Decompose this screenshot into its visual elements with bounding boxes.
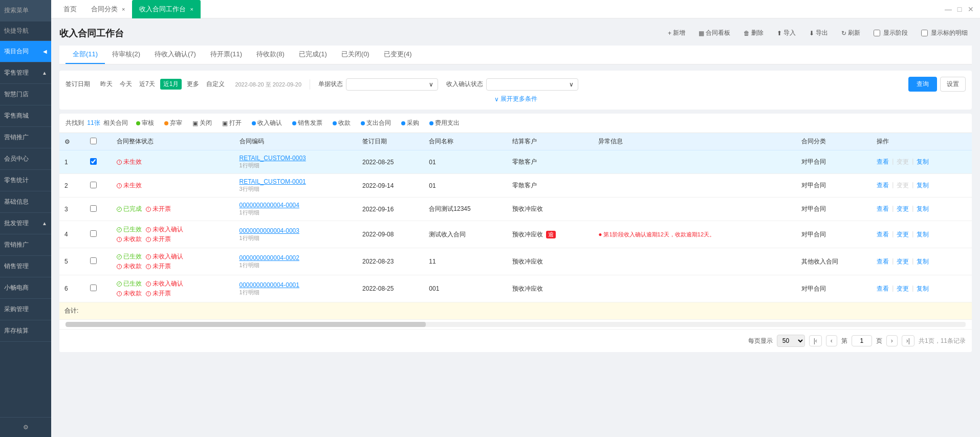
toolbar-audit[interactable]: 审核 xyxy=(133,118,157,128)
row6-checkbox[interactable] xyxy=(85,275,112,302)
col-settings[interactable]: ⚙ xyxy=(59,133,85,150)
toolbar-expense[interactable]: 费用支出 xyxy=(426,118,463,128)
toolbar-confirm-income[interactable]: 收入确认 xyxy=(249,118,285,128)
close-button[interactable]: ✕ xyxy=(967,5,975,13)
show-detail-checkbox[interactable]: 显示标的明细 xyxy=(917,27,972,39)
sidebar-item-wholesale[interactable]: 批发管理 ▲ xyxy=(0,213,51,234)
row3-copy[interactable]: 复制 xyxy=(917,205,929,213)
show-stage-checkbox[interactable]: 显示阶段 xyxy=(869,27,912,39)
query-button[interactable]: 查询 xyxy=(908,77,937,92)
contract-link-3[interactable]: 0000000000004-0004 xyxy=(239,202,299,209)
row3-checkbox[interactable] xyxy=(85,198,112,221)
horizontal-scrollbar[interactable] xyxy=(66,322,966,327)
filter-tab-changed[interactable]: 已变更(4) xyxy=(377,46,419,64)
row5-change[interactable]: 变更 xyxy=(897,257,909,266)
row1-view[interactable]: 查看 xyxy=(877,158,889,166)
contract-link-2[interactable]: RETAIL_CUSTOM-0001 xyxy=(239,178,306,185)
row5-copy[interactable]: 复制 xyxy=(917,257,929,266)
sidebar-item-project-contract[interactable]: 项目合同 ◀ xyxy=(0,41,51,62)
shortcut-custom[interactable]: 自定义 xyxy=(204,79,227,90)
delete-button[interactable]: 🗑 删除 xyxy=(739,27,768,39)
per-page-select[interactable]: 50 10 20 100 xyxy=(777,335,805,347)
receipt-status-select[interactable]: ∨ xyxy=(486,78,578,91)
shortcut-7days[interactable]: 近7天 xyxy=(137,79,157,90)
shortcut-yesterday[interactable]: 昨天 xyxy=(98,79,115,90)
toolbar-collection[interactable]: 收款 xyxy=(330,118,354,128)
row1-change[interactable]: 变更 xyxy=(897,158,909,166)
filter-tab-pending-payment[interactable]: 待收款(8) xyxy=(249,46,292,64)
first-page-button[interactable]: |‹ xyxy=(809,335,822,346)
toolbar-sales-invoice[interactable]: 销售发票 xyxy=(289,118,325,128)
row4-copy[interactable]: 复制 xyxy=(917,230,929,239)
maximize-button[interactable]: □ xyxy=(955,5,964,13)
minimize-button[interactable]: — xyxy=(944,5,952,13)
toolbar-close[interactable]: ▣ 关闭 xyxy=(189,118,215,128)
tab-close-income-contract[interactable]: × xyxy=(190,0,193,18)
next-page-button[interactable]: › xyxy=(886,335,898,346)
sidebar-item-inventory[interactable]: 库存核算 xyxy=(0,320,51,342)
filter-tab-closed[interactable]: 已关闭(0) xyxy=(334,46,377,64)
contract-link-6[interactable]: 0000000000004-0001 xyxy=(239,281,299,289)
sidebar-item-purchase[interactable]: 采购管理 xyxy=(0,299,51,320)
contract-link-4[interactable]: 0000000000004-0003 xyxy=(239,227,299,234)
row6-copy[interactable]: 复制 xyxy=(917,285,929,293)
sidebar-item-smart-store[interactable]: 智慧门店 xyxy=(0,84,51,105)
row3-change[interactable]: 变更 xyxy=(897,205,909,213)
shortcut-today[interactable]: 今天 xyxy=(118,79,134,90)
board-button[interactable]: ▦ 合同看板 xyxy=(694,27,734,39)
row6-view[interactable]: 查看 xyxy=(877,285,889,293)
row2-checkbox[interactable] xyxy=(85,174,112,198)
filter-tab-all[interactable]: 全部(11) xyxy=(66,46,105,64)
toolbar-open[interactable]: ▣ 打开 xyxy=(219,118,245,128)
toolbar-purchase[interactable]: 采购 xyxy=(398,118,422,128)
row2-change[interactable]: 变更 xyxy=(897,181,909,190)
contract-link-1[interactable]: RETAIL_CUSTOM-0003 xyxy=(239,155,306,162)
export-button[interactable]: ⬇ 导出 xyxy=(805,27,832,39)
shortcut-1month[interactable]: 近1月 xyxy=(160,79,182,90)
tab-income-contract[interactable]: 收入合同工作台 × xyxy=(132,0,200,18)
row4-checkbox[interactable] xyxy=(85,221,112,248)
tab-contract-category[interactable]: 合同分类 × xyxy=(84,0,132,18)
refresh-button[interactable]: ↻ 刷新 xyxy=(837,27,864,39)
import-button[interactable]: ⬆ 导入 xyxy=(773,27,800,39)
sidebar-item-retail-mall[interactable]: 零售商城 xyxy=(0,105,51,127)
row2-copy[interactable]: 复制 xyxy=(917,181,929,190)
expand-button[interactable]: ∨ 展开更多条件 xyxy=(494,95,537,103)
tab-home[interactable]: 首页 xyxy=(56,0,84,18)
sidebar-item-ecommerce[interactable]: 小畅电商 xyxy=(0,277,51,299)
sidebar-nav[interactable]: 快捷导航 xyxy=(0,21,51,41)
row4-view[interactable]: 查看 xyxy=(877,230,889,239)
contract-link-5[interactable]: 0000000000004-0002 xyxy=(239,254,299,261)
row6-change[interactable]: 变更 xyxy=(897,285,909,293)
toolbar-expenditure-contract[interactable]: 支出合同 xyxy=(358,118,394,128)
filter-tab-pending-invoice[interactable]: 待开票(11) xyxy=(203,46,249,64)
add-button[interactable]: + 新增 xyxy=(664,27,689,39)
sidebar-settings[interactable]: ⚙ xyxy=(0,417,51,437)
row2-view[interactable]: 查看 xyxy=(877,181,889,190)
filter-tab-pending-confirm[interactable]: 待收入确认(7) xyxy=(147,46,203,64)
sidebar-item-marketing2[interactable]: 营销推广 xyxy=(0,234,51,256)
sidebar-item-retail-stats[interactable]: 零售统计 xyxy=(0,170,51,191)
sidebar-item-member[interactable]: 会员中心 xyxy=(0,148,51,170)
last-page-button[interactable]: ›| xyxy=(902,335,914,346)
shortcut-more[interactable]: 更多 xyxy=(185,79,201,90)
sidebar-search[interactable]: 搜索菜单 xyxy=(0,0,51,21)
row1-checkbox[interactable] xyxy=(85,150,112,174)
tab-close-contract-category[interactable]: × xyxy=(122,0,125,18)
doc-status-select[interactable]: ∨ xyxy=(346,78,438,91)
toolbar-abandon-audit[interactable]: 弃审 xyxy=(161,118,185,128)
row5-checkbox[interactable] xyxy=(85,248,112,275)
row5-view[interactable]: 查看 xyxy=(877,257,889,266)
sidebar-item-sales[interactable]: 销售管理 xyxy=(0,256,51,277)
sidebar-item-marketing[interactable]: 营销推广 xyxy=(0,127,51,148)
prev-page-button[interactable]: ‹ xyxy=(826,335,837,346)
sidebar-item-basic-info[interactable]: 基础信息 xyxy=(0,191,51,213)
sidebar-item-retail-mgmt[interactable]: 零售管理 ▲ xyxy=(0,62,51,84)
col-checkbox[interactable] xyxy=(85,133,112,150)
row4-change[interactable]: 变更 xyxy=(897,230,909,239)
row3-view[interactable]: 查看 xyxy=(877,205,889,213)
page-input[interactable] xyxy=(852,335,872,346)
row1-copy[interactable]: 复制 xyxy=(917,158,929,166)
filter-tab-completed[interactable]: 已完成(1) xyxy=(292,46,334,64)
setting-button[interactable]: 设置 xyxy=(940,77,966,92)
